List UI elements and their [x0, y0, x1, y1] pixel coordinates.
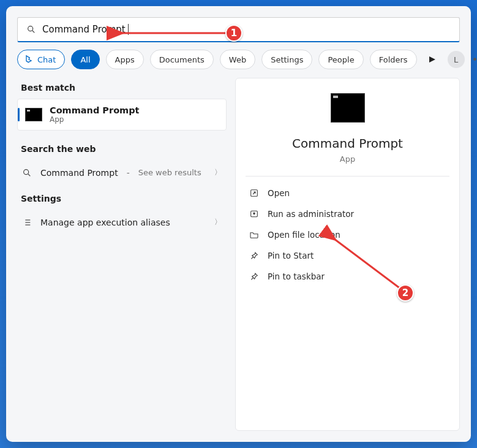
bing-icon: [24, 55, 34, 64]
app-title: Command Prompt: [292, 136, 403, 151]
filter-apps[interactable]: Apps: [106, 50, 144, 69]
folder-icon: [249, 230, 259, 240]
open-icon: [249, 188, 259, 198]
search-panel: Command Prompt Chat All Apps Documents W…: [6, 6, 471, 442]
filter-people[interactable]: People: [318, 50, 363, 69]
filter-all[interactable]: All: [71, 50, 99, 69]
results-column: Best match Command Prompt App Search the…: [17, 78, 227, 431]
svg-point-3: [24, 169, 29, 174]
filter-settings[interactable]: Settings: [261, 50, 312, 69]
settings-label: Settings: [17, 189, 227, 210]
app-subtitle: App: [340, 154, 355, 164]
user-avatar[interactable]: L: [448, 51, 465, 68]
divider: [246, 176, 449, 177]
list-settings-icon: [22, 218, 32, 227]
filter-web[interactable]: Web: [220, 50, 255, 69]
svg-marker-2: [429, 56, 435, 63]
chevron-right-icon: 〉: [214, 217, 222, 227]
search-web-label: Search the web: [17, 139, 227, 160]
settings-row-label: Manage app execution aliases: [40, 218, 170, 227]
filter-documents[interactable]: Documents: [150, 50, 214, 69]
svg-line-1: [32, 31, 34, 32]
svg-line-4: [28, 174, 30, 176]
search-icon: [22, 168, 32, 178]
chevron-right-icon: 〉: [214, 167, 222, 178]
best-match-title: Command Prompt: [50, 105, 140, 115]
command-prompt-icon: [331, 93, 365, 123]
svg-line-16: [334, 239, 403, 290]
settings-row[interactable]: Manage app execution aliases 〉: [17, 210, 227, 235]
action-run-as-administrator[interactable]: Run as administrator: [248, 203, 447, 224]
command-prompt-icon: [25, 108, 42, 121]
chat-label: Chat: [37, 55, 56, 64]
annotation-arrow-2: [329, 234, 415, 302]
search-icon: [26, 25, 36, 34]
action-open[interactable]: Open: [248, 183, 447, 203]
best-match-subtitle: App: [50, 115, 140, 124]
annotation-arrow-1: [116, 26, 239, 40]
app-hero: Command Prompt App: [248, 93, 447, 164]
play-icon: [429, 56, 435, 63]
chat-chip[interactable]: Chat: [17, 50, 65, 69]
pin-icon: [249, 271, 259, 281]
search-query: Command Prompt: [42, 24, 126, 35]
web-result-term: Command Prompt: [40, 168, 118, 178]
filter-more-arrow[interactable]: [423, 50, 441, 69]
best-match-result[interactable]: Command Prompt App: [17, 99, 227, 131]
pin-icon: [249, 251, 259, 260]
filter-folders[interactable]: Folders: [370, 50, 417, 69]
filter-row: Chat All Apps Documents Web Settings Peo…: [6, 42, 471, 78]
svg-point-0: [28, 26, 33, 31]
web-result-row[interactable]: Command Prompt - See web results 〉: [17, 160, 227, 185]
shield-icon: [249, 209, 259, 219]
more-icon[interactable]: •••: [472, 54, 477, 66]
best-match-label: Best match: [17, 78, 227, 99]
web-result-hint: See web results: [138, 168, 201, 177]
